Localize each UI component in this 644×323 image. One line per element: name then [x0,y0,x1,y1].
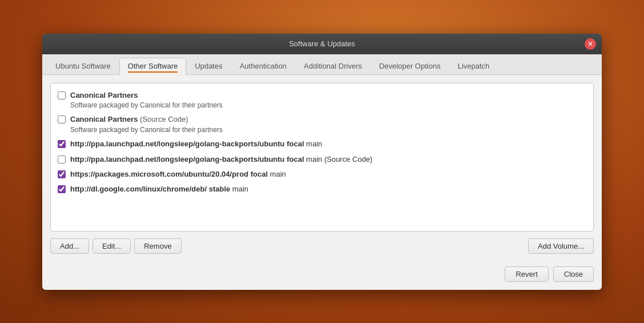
remove-button[interactable]: Remove [134,238,181,254]
edit-button[interactable]: Edit... [92,238,131,254]
golang-backports-source-text: http://ppa.launchpad.net/longsleep/golan… [70,154,372,165]
tab-content: Canonical Partners Software packaged by … [42,75,602,262]
bottom-buttons: Revert Close [42,262,602,290]
golang-backports-checkbox[interactable] [58,140,66,148]
canonical-partners-checkbox[interactable] [58,91,66,99]
close-icon: ✕ [587,41,593,47]
tab-authentication[interactable]: Authentication [231,58,295,75]
close-window-button[interactable]: ✕ [585,38,596,50]
list-item: http://dl.google.com/linux/chrome/deb/ s… [53,182,591,197]
tab-developer-options[interactable]: Developer Options [371,58,449,75]
list-item: Canonical Partners Software packaged by … [53,88,591,113]
revert-button[interactable]: Revert [505,266,548,282]
canonical-partners-source-text: Canonical Partners (Source Code) Softwar… [70,114,223,134]
list-item: http://ppa.launchpad.net/longsleep/golan… [53,137,591,151]
golang-backports-source-checkbox[interactable] [58,155,66,164]
add-button[interactable]: Add... [50,238,89,254]
microsoft-prod-text: https://packages.microsoft.com/ubuntu/20… [70,169,286,180]
close-button[interactable]: Close [553,266,594,282]
tab-livepatch[interactable]: Livepatch [449,58,498,75]
canonical-partners-text: Canonical Partners Software packaged by … [70,90,223,110]
titlebar: Software & Updates ✕ [42,34,602,54]
tab-other-software[interactable]: Other Software [119,58,186,75]
tab-bar: Ubuntu Software Other Software Updates A… [42,54,602,75]
repository-list: Canonical Partners Software packaged by … [50,83,594,232]
google-chrome-checkbox[interactable] [58,185,66,193]
tab-updates[interactable]: Updates [186,58,231,75]
add-volume-button[interactable]: Add Volume... [528,238,594,254]
google-chrome-text: http://dl.google.com/linux/chrome/deb/ s… [70,184,248,194]
tab-ubuntu-software[interactable]: Ubuntu Software [47,58,119,75]
list-item: http://ppa.launchpad.net/longsleep/golan… [53,152,591,167]
golang-backports-text: http://ppa.launchpad.net/longsleep/golan… [70,139,322,149]
list-item: Canonical Partners (Source Code) Softwar… [53,112,591,137]
dialog-title: Software & Updates [289,39,355,48]
tab-additional-drivers[interactable]: Additional Drivers [295,58,371,75]
software-updates-dialog: Software & Updates ✕ Ubuntu Software Oth… [42,34,602,290]
microsoft-prod-checkbox[interactable] [58,170,66,178]
action-buttons: Add... Edit... Remove Add Volume... [50,238,594,254]
canonical-partners-source-checkbox[interactable] [58,115,66,123]
list-item: https://packages.microsoft.com/ubuntu/20… [53,167,591,182]
